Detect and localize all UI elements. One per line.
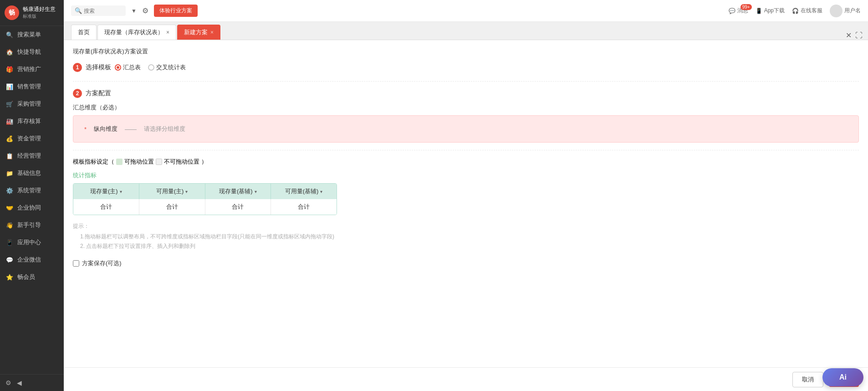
sidebar-label-operations: 经营管理 [17,152,41,160]
tab-label-home: 首页 [78,28,90,36]
sidebar-label-search-menu: 搜索菜单 [17,31,41,39]
sidebar-label-purchase: 采购管理 [17,100,41,108]
sidebar-nav: 🔍 搜索菜单 🏠 快捷导航 🎁 营销推广 📊 销售管理 🛒 采购管理 🏭 库存核… [0,26,64,374]
stats-col-arrow-1[interactable]: ▾ [185,189,188,194]
trial-button[interactable]: 体验行业方案 [154,5,198,17]
username-label: 用户名 [844,7,861,15]
sidebar-item-company[interactable]: 🤝 企业协同 [0,199,64,216]
close-tab-icon[interactable]: ✕ [846,31,852,40]
stats-col-arrow-3[interactable]: ▾ [320,189,322,194]
app-download-button[interactable]: 📱 App下载 [756,7,785,15]
stats-col-arrow-0[interactable]: ▾ [120,189,122,194]
tab-controls: ✕ ⛶ [846,31,868,40]
sidebar-item-system[interactable]: ⚙️ 系统管理 [0,182,64,199]
tips-title: 提示： [73,222,859,230]
footer-bar: 取消 查询 [64,367,868,391]
stats-cell-1: 合计 [139,199,205,215]
tab-home[interactable]: 首页 [71,25,97,40]
stats-col-label-2: 现存量(基辅) [219,187,253,196]
stats-col-header-1[interactable]: 可用量(主) ▾ [139,184,205,199]
headset-icon: 🎧 [792,8,799,14]
metrics-legend-row: 模板指标设定（ 可拖动位置 不可拖动位置 ） [73,158,859,166]
search-input[interactable] [84,8,120,14]
stats-col-header-0[interactable]: 现存量(主) ▾ [73,184,139,199]
sidebar-item-newbie[interactable]: 👋 新手引导 [0,216,64,234]
sidebar-item-app-center[interactable]: 📱 应用中心 [0,234,64,251]
stats-col-header-2[interactable]: 现存量(基辅) ▾ [205,184,271,199]
radio-label-0: 汇总表 [123,63,141,72]
section2-title: 方案配置 [86,89,111,98]
sidebar-item-marketing[interactable]: 🎁 营销推广 [0,61,64,78]
dimension-placeholder[interactable]: 请选择分组维度 [144,125,185,133]
avatar [830,5,842,17]
sidebar-item-member[interactable]: ⭐ 畅会员 [0,268,64,286]
phone-icon: 📱 [756,8,762,14]
sidebar-label-member: 畅会员 [17,273,35,281]
tab-new-plan[interactable]: 新建方案× [177,25,220,40]
message-badge: 99+ [740,4,752,10]
sidebar-item-basic-info[interactable]: 📁 基础信息 [0,165,64,182]
sales-icon: 📊 [5,82,14,91]
dimension-label: 汇总维度（必选） [73,103,859,112]
metrics-label: 模板指标设定（ [73,158,114,166]
wechat-icon: 💬 [5,256,14,264]
collapse-icon[interactable]: ◀ [17,379,22,386]
radio-option-0[interactable]: 汇总表 [115,63,141,72]
search-icon: 🔍 [75,7,82,14]
finance-icon: 💰 [5,134,14,143]
ai-bubble[interactable]: Ai [822,368,863,386]
app-name: 畅康通好生意 [23,6,56,13]
marketing-icon: 🎁 [5,65,14,73]
save-label: 方案保存(可选) [82,259,122,268]
stats-col-arrow-2[interactable]: ▾ [255,189,257,194]
search-menu-icon: 🔍 [5,31,14,39]
divider1 [73,81,859,82]
radio-option-1[interactable]: 交叉统计表 [148,63,186,72]
sidebar-item-quick-nav[interactable]: 🏠 快捷导航 [0,43,64,61]
radio-label-1: 交叉统计表 [156,63,186,72]
stats-col-header-3[interactable]: 可用量(基辅) ▾ [271,184,337,199]
dimension-box: * 纵向维度 —— 请选择分组维度 [73,115,859,143]
sidebar-label-finance: 资金管理 [17,134,41,143]
section1-num: 1 [73,63,82,72]
stats-table-body: 合计合计合计合计 [73,199,337,215]
sidebar-item-finance[interactable]: 💰 资金管理 [0,130,64,147]
cancel-button[interactable]: 取消 [792,372,823,387]
sidebar-item-operations[interactable]: 📋 经营管理 [0,147,64,165]
dimension-required-mark: * [84,126,87,133]
stats-section-label: 统计指标 [73,171,859,180]
radio-dot-0 [115,64,121,71]
message-icon: 💬 [729,8,735,14]
drag-color-swatch [116,159,123,165]
tab-close-new-plan[interactable]: × [210,29,214,36]
sidebar-item-purchase[interactable]: 🛒 采购管理 [0,95,64,113]
member-icon: ⭐ [5,273,14,281]
expand-tab-icon[interactable]: ⛶ [855,31,863,40]
user-area[interactable]: 用户名 [830,5,861,17]
tab-inventory-status[interactable]: 现存量（库存状况表）× [97,25,176,40]
stats-cell-2: 合计 [205,199,271,215]
radio-dot-1 [148,64,154,71]
sidebar-label-company: 企业协同 [17,204,41,212]
stats-col-label-1: 可用量(主) [156,187,184,196]
sidebar-item-wechat[interactable]: 💬 企业微信 [0,251,64,268]
basic-info-icon: 📁 [5,169,14,177]
tab-close-inventory-status[interactable]: × [166,29,169,36]
settings-icon[interactable]: ⚙ [5,379,11,386]
app-download-label: App下载 [764,7,785,15]
non-draggable-label: 不可拖动位置 [164,158,199,166]
topbar-gear-icon[interactable]: ⚙ [142,6,148,15]
main-content: 🔍 ▼ ⚙ 体验行业方案 💬 消息 99+ 📱 App下载 🎧 在线客服 用户名 [64,0,868,391]
save-checkbox[interactable] [73,260,79,267]
message-button[interactable]: 💬 消息 99+ [729,7,748,15]
tab-label-new-plan: 新建方案 [184,28,208,36]
online-service-button[interactable]: 🎧 在线客服 [792,7,822,15]
topbar-dropdown-icon[interactable]: ▼ [131,8,137,14]
sidebar-item-search-menu[interactable]: 🔍 搜索菜单 [0,26,64,43]
sidebar-label-app-center: 应用中心 [17,238,41,247]
sidebar-item-inventory[interactable]: 🏭 库存核算 [0,113,64,130]
tip-item-0: 1.拖动标题栏可以调整布局，不可跨维度或指标区域拖动栏目字段(只能在同一维度或指… [73,233,859,241]
topbar-search-box[interactable]: 🔍 [71,5,126,16]
dimension-name: 纵向维度 [94,125,117,133]
sidebar-item-sales[interactable]: 📊 销售管理 [0,78,64,95]
